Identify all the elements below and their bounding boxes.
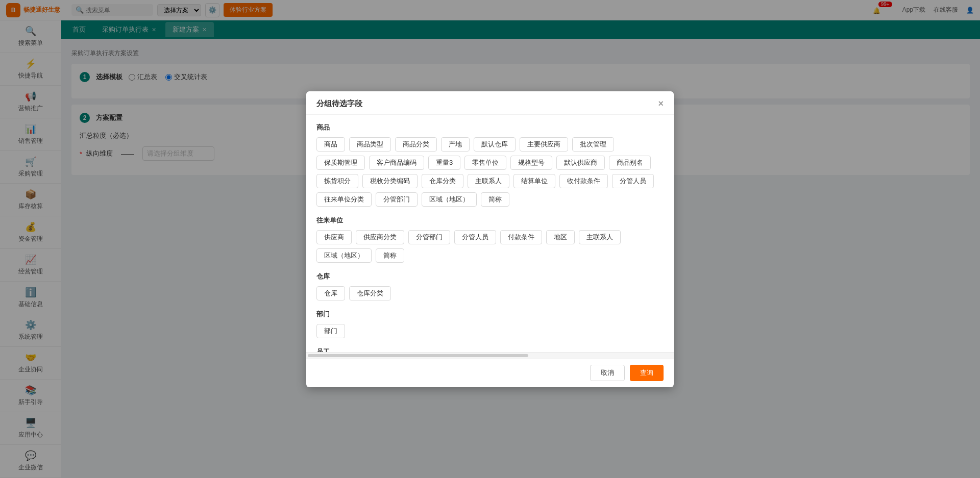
- field-section-title-0: 商品: [316, 123, 664, 132]
- confirm-button[interactable]: 查询: [630, 365, 664, 381]
- modal-body: 商品商品商品类型商品分类产地默认仓库主要供应商批次管理保质期管理客户商品编码重量…: [306, 115, 674, 352]
- field-section-0: 商品商品商品类型商品分类产地默认仓库主要供应商批次管理保质期管理客户商品编码重量…: [316, 123, 664, 207]
- field-tag-0-0[interactable]: 商品: [316, 137, 345, 152]
- field-tag-2-0[interactable]: 仓库: [316, 286, 345, 300]
- field-tag-0-13[interactable]: 商品别名: [609, 156, 651, 170]
- field-tag-0-14[interactable]: 拣货积分: [316, 174, 358, 188]
- field-tag-1-7[interactable]: 区域（地区）: [316, 248, 372, 263]
- field-tag-0-9[interactable]: 重量3: [428, 156, 460, 170]
- modal-header: 分组待选字段 ×: [306, 91, 674, 115]
- field-section-4: 员工业务员: [316, 347, 664, 352]
- modal-close-button[interactable]: ×: [658, 98, 664, 109]
- field-tag-0-7[interactable]: 保质期管理: [316, 156, 365, 170]
- modal-title: 分组待选字段: [316, 99, 362, 109]
- cancel-button[interactable]: 取消: [590, 365, 625, 381]
- field-tag-0-23[interactable]: 区域（地区）: [422, 192, 477, 207]
- field-section-3: 部门部门: [316, 310, 664, 338]
- field-tag-0-22[interactable]: 分管部门: [376, 192, 418, 207]
- field-tag-0-20[interactable]: 分管人员: [612, 174, 654, 188]
- field-tag-0-12[interactable]: 默认供应商: [556, 156, 605, 170]
- field-tag-2-1[interactable]: 仓库分类: [349, 286, 391, 300]
- field-tag-1-1[interactable]: 供应商分类: [356, 230, 404, 244]
- field-tag-0-19[interactable]: 收付款条件: [559, 174, 608, 188]
- field-tag-1-6[interactable]: 主联系人: [579, 230, 621, 244]
- field-tag-1-4[interactable]: 付款条件: [500, 230, 542, 244]
- field-tag-0-17[interactable]: 主联系人: [468, 174, 509, 188]
- field-tag-3-0[interactable]: 部门: [316, 324, 345, 338]
- field-tag-0-4[interactable]: 默认仓库: [474, 137, 516, 152]
- field-section-title-2: 仓库: [316, 272, 664, 281]
- field-tag-1-3[interactable]: 分管人员: [454, 230, 496, 244]
- field-tag-0-1[interactable]: 商品类型: [349, 137, 391, 152]
- field-tag-0-11[interactable]: 规格型号: [510, 156, 552, 170]
- field-tag-0-16[interactable]: 仓库分类: [422, 174, 463, 188]
- field-section-2: 仓库仓库仓库分类: [316, 272, 664, 300]
- field-tags-3: 部门: [316, 324, 664, 338]
- scroll-thumb: [308, 354, 528, 357]
- field-section-title-1: 往来单位: [316, 216, 664, 225]
- field-tag-1-5[interactable]: 地区: [546, 230, 575, 244]
- field-tags-0: 商品商品类型商品分类产地默认仓库主要供应商批次管理保质期管理客户商品编码重量3零…: [316, 137, 664, 207]
- field-select-modal: 分组待选字段 × 商品商品商品类型商品分类产地默认仓库主要供应商批次管理保质期管…: [306, 91, 674, 387]
- field-section-title-3: 部门: [316, 310, 664, 319]
- modal-overlay: 分组待选字段 × 商品商品商品类型商品分类产地默认仓库主要供应商批次管理保质期管…: [0, 0, 980, 478]
- field-section-title-4: 员工: [316, 347, 664, 352]
- field-tag-0-3[interactable]: 产地: [441, 137, 470, 152]
- field-tag-0-18[interactable]: 结算单位: [513, 174, 555, 188]
- field-tag-0-5[interactable]: 主要供应商: [520, 137, 568, 152]
- field-tag-1-8[interactable]: 简称: [376, 248, 404, 263]
- field-tags-2: 仓库仓库分类: [316, 286, 664, 300]
- field-tag-0-10[interactable]: 零售单位: [464, 156, 506, 170]
- field-tag-0-21[interactable]: 往来单位分类: [316, 192, 372, 207]
- field-tag-0-24[interactable]: 简称: [481, 192, 509, 207]
- field-tag-0-15[interactable]: 税收分类编码: [362, 174, 418, 188]
- modal-horizontal-scrollbar[interactable]: [306, 352, 674, 358]
- field-tag-0-6[interactable]: 批次管理: [572, 137, 614, 152]
- field-tag-1-0[interactable]: 供应商: [316, 230, 352, 244]
- modal-footer: 取消 查询: [306, 358, 674, 387]
- field-tags-1: 供应商供应商分类分管部门分管人员付款条件地区主联系人区域（地区）简称: [316, 230, 664, 263]
- field-section-1: 往来单位供应商供应商分类分管部门分管人员付款条件地区主联系人区域（地区）简称: [316, 216, 664, 263]
- field-tag-0-8[interactable]: 客户商品编码: [369, 156, 424, 170]
- field-tag-0-2[interactable]: 商品分类: [395, 137, 437, 152]
- field-tag-1-2[interactable]: 分管部门: [408, 230, 450, 244]
